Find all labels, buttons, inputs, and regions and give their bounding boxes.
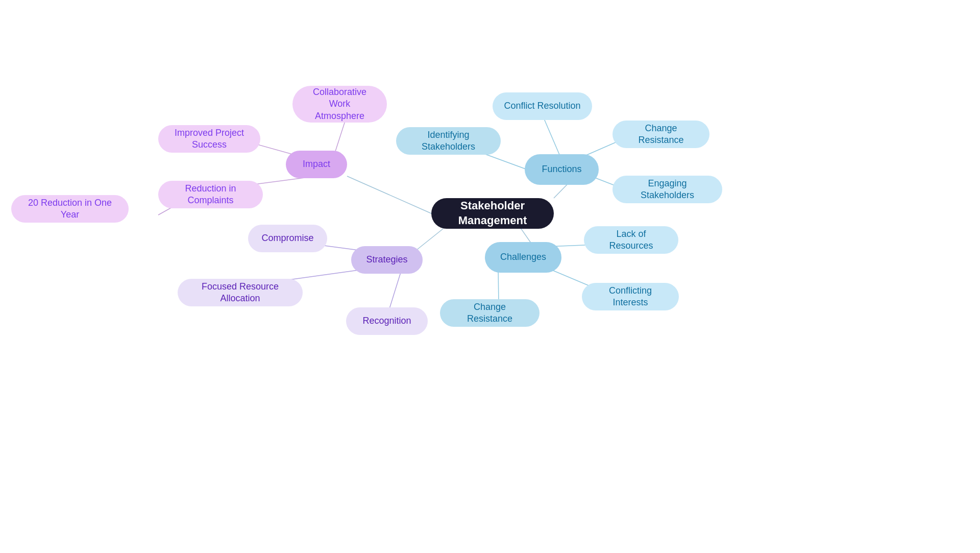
challenges-node: Challenges (485, 242, 561, 273)
recognition-node: Recognition (346, 307, 428, 335)
functions-node: Functions (525, 154, 599, 185)
change-resistance-bottom-node: Change Resistance (440, 299, 540, 327)
center-node: Stakeholder Management (431, 198, 554, 229)
impact-node: Impact (286, 151, 347, 178)
twenty-reduction-node: 20 Reduction in One Year (11, 195, 129, 223)
improved-project-node: Improved Project Success (158, 125, 260, 153)
change-resistance-top-node: Change Resistance (612, 121, 709, 148)
conflict-resolution-node: Conflict Resolution (493, 92, 592, 120)
focused-resource-node: Focused Resource Allocation (178, 279, 303, 306)
lack-of-resources-node: Lack of Resources (584, 226, 678, 254)
conflicting-interests-node: Conflicting Interests (582, 283, 679, 310)
collaborative-work-node: Collaborative Work Atmosphere (292, 86, 387, 123)
strategies-node: Strategies (351, 246, 423, 274)
svg-line-10 (388, 268, 402, 314)
engaging-stakeholders-node: Engaging Stakeholders (612, 176, 722, 203)
compromise-node: Compromise (248, 225, 327, 252)
identifying-stakeholders-node: Identifying Stakeholders (396, 127, 501, 155)
svg-line-0 (347, 176, 431, 213)
reduction-complaints-node: Reduction in Complaints (158, 181, 263, 208)
